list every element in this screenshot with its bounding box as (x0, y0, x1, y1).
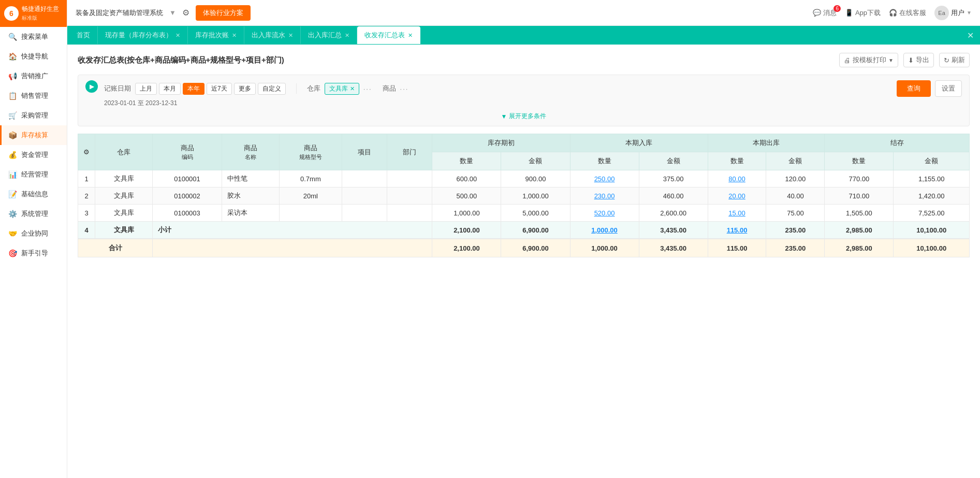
data-table: ⚙ 仓库 商品编码 商品名称 商品规格型号 项目 部门 库存期初 本期入库 本期… (78, 134, 970, 257)
sidebar-item-sales[interactable]: 📋 销售管理 (0, 86, 67, 106)
app-download-button[interactable]: 📱 App下载 (845, 8, 881, 18)
export-button[interactable]: ⬇ 导出 (903, 53, 934, 67)
sidebar-item-quick[interactable]: 🏠 快捷导航 (0, 47, 67, 66)
sidebar-logo: 6 (4, 6, 19, 21)
row2-spec: 20ml (280, 187, 342, 205)
sidebar-item-purchase[interactable]: 🛒 采购管理 (0, 106, 67, 125)
tab-stock-dist[interactable]: 现存量（库存分布表） ✕ (98, 26, 188, 44)
sidebar-item-finance[interactable]: 💰 资金管理 (0, 145, 67, 165)
row2-name: 胶水 (222, 187, 279, 205)
page-inner: 收发存汇总表(按仓库+商品编码+商品+规格型号+项目+部门) 🖨 按模板打印 ▼… (67, 45, 980, 478)
goods-filter-label: 商品 (383, 84, 396, 93)
row2-bal-amt: 1,420.00 (894, 187, 970, 205)
sidebar-item-label: 经营管理 (21, 170, 48, 179)
date-btn-custom[interactable]: 自定义 (258, 83, 286, 95)
warehouse-tag-text: 文具库 (329, 84, 348, 93)
row3-open-amt: 5,000.00 (501, 205, 570, 222)
tab-flow-close[interactable]: ✕ (288, 32, 293, 39)
date-btn-this-month[interactable]: 本月 (159, 83, 181, 95)
app-label: App下载 (855, 8, 881, 18)
row1-spec: 0.7mm (280, 170, 342, 187)
filter-divider-1 (296, 83, 297, 94)
filter-warehouse-group: 仓库 文具库 ✕ ··· (307, 83, 372, 95)
table-container: ⚙ 仓库 商品编码 商品名称 商品规格型号 项目 部门 库存期初 本期入库 本期… (78, 134, 970, 257)
filter-collapse-button[interactable]: ▶ (85, 80, 98, 93)
sidebar-item-newbie[interactable]: 🎯 新手引导 (0, 243, 67, 263)
tabbar-close-all[interactable]: ✕ (963, 31, 978, 40)
sidebar-title: 畅捷通好生意 (22, 5, 59, 13)
tab-batch[interactable]: 库存批次账 ✕ (188, 26, 244, 44)
col-in-qty-header: 数量 (570, 152, 639, 170)
subtotal-out-qty[interactable]: 115.00 (708, 222, 766, 239)
warehouse-more[interactable]: ··· (363, 85, 372, 93)
subtotal-seq: 4 (78, 222, 95, 239)
col-settings-header[interactable]: ⚙ (78, 134, 95, 170)
settings-button[interactable]: 设置 (935, 80, 962, 97)
date-btn-7days[interactable]: 近7天 (207, 83, 232, 95)
sidebar-item-inventory[interactable]: 📦 库存核算 (0, 125, 67, 145)
subtotal-open-qty: 2,100.00 (432, 222, 501, 239)
print-button[interactable]: 🖨 按模板打印 ▼ (839, 53, 898, 67)
subtotal-in-qty[interactable]: 1,000.00 (570, 222, 639, 239)
sidebar-item-label: 快捷导航 (21, 52, 48, 61)
sidebar-item-marketing[interactable]: 📢 营销推广 (0, 66, 67, 86)
home-icon: 🏠 (8, 52, 17, 61)
date-btn-this-year[interactable]: 本年 (183, 83, 204, 95)
subtotal-open-amt: 6,900.00 (501, 222, 570, 239)
messages-button[interactable]: 💬 消息 6 (813, 8, 837, 18)
table-row: 1 文具库 0100001 中性笔 0.7mm 600.00 900.00 25… (78, 170, 970, 187)
refresh-button[interactable]: ↻ 刷新 (939, 53, 970, 67)
tab-recv-send[interactable]: 收发存汇总表 ✕ (357, 26, 420, 44)
row2-out-qty[interactable]: 20.00 (708, 187, 766, 205)
tab-recv-send-close[interactable]: ✕ (408, 32, 413, 39)
row3-out-qty[interactable]: 15.00 (708, 205, 766, 222)
page-actions: 🖨 按模板打印 ▼ ⬇ 导出 ↻ 刷新 (839, 53, 970, 67)
row2-open-qty: 500.00 (432, 187, 501, 205)
row3-in-qty[interactable]: 520.00 (570, 205, 639, 222)
support-button[interactable]: 🎧 在线客服 (889, 8, 926, 18)
sidebar-item-label: 营销推广 (21, 71, 48, 81)
settings-icon[interactable]: ⚙ (182, 8, 189, 18)
date-range-text: 2023-01-01 至 2023-12-31 (104, 99, 177, 107)
col-project-header: 项目 (342, 134, 387, 170)
row1-open-qty: 600.00 (432, 170, 501, 187)
tab-home[interactable]: 首页 (69, 26, 98, 44)
total-out-qty: 115.00 (708, 239, 766, 257)
marketing-icon: 📢 (8, 72, 17, 80)
row2-in-amt: 460.00 (639, 187, 708, 205)
date-filter-label: 记账日期 (104, 84, 131, 93)
topbar-right: 💬 消息 6 📱 App下载 🎧 在线客服 Ea 用户 ▼ (813, 6, 972, 20)
date-btn-last-month[interactable]: 上月 (135, 83, 157, 95)
goods-more[interactable]: ··· (400, 85, 409, 93)
row2-in-qty[interactable]: 230.00 (570, 187, 639, 205)
row1-seq: 1 (78, 170, 95, 187)
main-content: 装备及固定资产辅助管理系统 ▼ ⚙ 体验行业方案 💬 消息 6 📱 App下载 … (67, 0, 980, 478)
expand-conditions-button[interactable]: ▼ 展开更多条件 (501, 112, 547, 121)
tab-stock-dist-close[interactable]: ✕ (175, 32, 180, 39)
total-label: 合计 (78, 239, 153, 257)
row3-open-qty: 1,000.00 (432, 205, 501, 222)
query-button[interactable]: 查询 (897, 80, 931, 97)
sidebar-item-operations[interactable]: 📊 经营管理 (0, 165, 67, 184)
topbar: 装备及固定资产辅助管理系统 ▼ ⚙ 体验行业方案 💬 消息 6 📱 App下载 … (67, 0, 980, 26)
tab-summary[interactable]: 出入库汇总 ✕ (301, 26, 357, 44)
user-menu[interactable]: Ea 用户 ▼ (934, 6, 972, 20)
sidebar-item-search[interactable]: 🔍 搜索菜单 (0, 27, 67, 47)
table-row: 3 文具库 0100003 采访本 1,000.00 5,000.00 520.… (78, 205, 970, 222)
tab-flow[interactable]: 出入库流水 ✕ (244, 26, 301, 44)
sidebar-item-enterprise[interactable]: 🤝 企业协同 (0, 224, 67, 243)
sidebar-item-system[interactable]: ⚙️ 系统管理 (0, 204, 67, 224)
sidebar-item-label: 采购管理 (21, 111, 48, 120)
trial-button[interactable]: 体验行业方案 (196, 5, 251, 21)
row1-out-amt: 120.00 (766, 170, 825, 187)
mobile-icon: 📱 (845, 9, 853, 17)
row1-in-qty[interactable]: 250.00 (570, 170, 639, 187)
warehouse-tag-close[interactable]: ✕ (350, 85, 355, 92)
sidebar-item-basic[interactable]: 📝 基础信息 (0, 184, 67, 204)
row1-warehouse: 文具库 (95, 170, 153, 187)
date-btn-more[interactable]: 更多 (234, 83, 256, 95)
tab-batch-close[interactable]: ✕ (232, 32, 237, 39)
row1-out-qty[interactable]: 80.00 (708, 170, 766, 187)
tab-summary-close[interactable]: ✕ (345, 32, 349, 39)
subtotal-in-amt: 3,435.00 (639, 222, 708, 239)
